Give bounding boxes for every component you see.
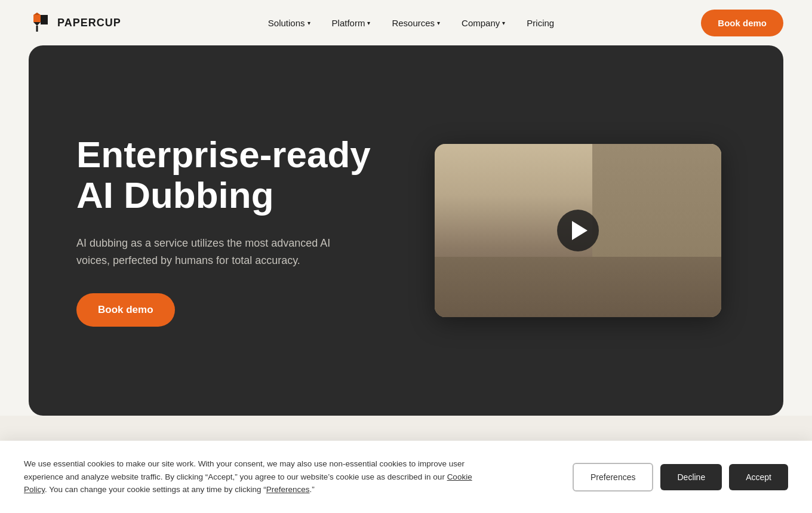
cookie-text-after-link: . You can change your cookie settings at… xyxy=(45,485,266,487)
cookie-text: We use essential cookies to make our sit… xyxy=(24,457,490,487)
chevron-down-icon: ▾ xyxy=(367,20,370,26)
nav-item-platform[interactable]: Platform ▾ xyxy=(332,18,371,28)
cookie-text-end: .” xyxy=(310,485,315,487)
preferences-button[interactable]: Preferences xyxy=(573,463,653,487)
main-nav: PAPERCUP Solutions ▾ Platform ▾ Resource… xyxy=(0,0,812,45)
preferences-inline-link[interactable]: Preferences xyxy=(266,485,310,487)
decline-button[interactable]: Decline xyxy=(660,464,722,487)
cookie-text-before-link: We use essential cookies to make our sit… xyxy=(24,459,465,481)
hero-video-wrapper xyxy=(435,144,721,317)
hero-section: Enterprise-ready AI Dubbing AI dubbing a… xyxy=(29,45,783,416)
nav-book-demo-button[interactable]: Book demo xyxy=(701,10,783,36)
papercup-logo-icon xyxy=(29,11,51,34)
brand-name: PAPERCUP xyxy=(57,17,121,29)
hero-subtitle: AI dubbing as a service utilizes the mos… xyxy=(76,235,351,269)
logo-link[interactable]: PAPERCUP xyxy=(29,11,121,34)
play-button[interactable] xyxy=(557,210,599,251)
hero-book-demo-button[interactable]: Book demo xyxy=(76,293,175,327)
chevron-down-icon: ▾ xyxy=(307,20,310,26)
nav-item-company[interactable]: Company ▾ xyxy=(462,18,505,28)
hero-video-container[interactable] xyxy=(435,144,721,317)
hero-title: Enterprise-ready AI Dubbing xyxy=(76,134,411,216)
cookie-buttons: Preferences Decline Accept xyxy=(573,463,788,487)
chevron-down-icon: ▾ xyxy=(502,20,505,26)
cookie-banner: We use essential cookies to make our sit… xyxy=(0,441,812,487)
play-icon xyxy=(572,221,588,240)
chevron-down-icon: ▾ xyxy=(437,20,440,26)
nav-item-resources[interactable]: Resources ▾ xyxy=(392,18,440,28)
nav-item-pricing[interactable]: Pricing xyxy=(527,18,554,28)
hero-content: Enterprise-ready AI Dubbing AI dubbing a… xyxy=(76,134,411,327)
accept-button[interactable]: Accept xyxy=(729,464,788,487)
nav-links: Solutions ▾ Platform ▾ Resources ▾ Compa… xyxy=(268,18,554,28)
nav-item-solutions[interactable]: Solutions ▾ xyxy=(268,18,310,28)
